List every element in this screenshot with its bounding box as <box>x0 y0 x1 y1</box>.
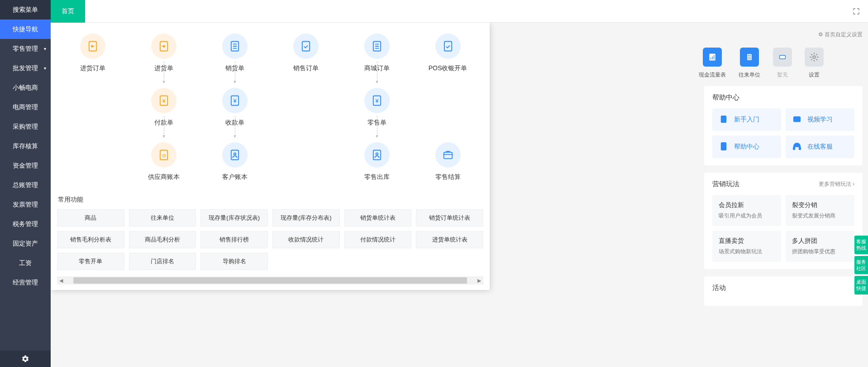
arrow-down-icon <box>377 116 377 136</box>
help-button[interactable]: 视频学习 <box>786 108 854 131</box>
scroll-track[interactable] <box>73 277 467 284</box>
flow-item[interactable]: ¥收款单 <box>199 88 270 133</box>
flow-label: 客户账本 <box>222 173 248 181</box>
icon-icon <box>773 48 792 67</box>
flow-item[interactable]: 进货订单 <box>57 34 128 79</box>
quick-item[interactable]: 现金流量表 <box>699 48 726 79</box>
flow-item[interactable]: ¥付款单 <box>128 88 199 133</box>
common-function-button[interactable]: 零售开单 <box>57 253 124 270</box>
market-sub: 裂变式发展分销商 <box>792 212 848 220</box>
flow-label: 零售出库 <box>364 173 390 181</box>
quick-item[interactable]: 暂无 <box>773 48 792 79</box>
flow-item[interactable]: 供供应商账本 <box>128 142 199 188</box>
sidebar-item-wholesale[interactable]: 批发管理▾ <box>0 58 51 78</box>
market-sub: 场景式购物新玩法 <box>719 248 775 256</box>
common-function-button[interactable]: 付款情况统计 <box>344 231 412 248</box>
float-button[interactable]: 服务社区 <box>854 256 868 275</box>
common-function-button[interactable]: 门店排名 <box>129 253 196 270</box>
help-button[interactable]: 新手入门 <box>712 108 781 131</box>
sidebar-label: 固定资产 <box>13 240 38 248</box>
market-item[interactable]: 直播卖货场景式购物新玩法 <box>712 231 781 262</box>
sidebar-label: 库存核算 <box>13 142 38 150</box>
scroll-left-arrow[interactable]: ◀ <box>57 278 65 284</box>
sidebar-item-ecom2[interactable]: 电商管理 <box>0 97 51 117</box>
sidebar-item-purchase[interactable]: 采购管理 <box>0 117 51 136</box>
flow-item[interactable]: 进货单 <box>128 34 199 79</box>
scroll-right-arrow[interactable]: ▶ <box>475 278 483 284</box>
quick-label: 现金流量表 <box>699 71 726 79</box>
help-card: 帮助中心 新手入门视频学习帮助中心在线客服 <box>704 86 863 165</box>
flow-item[interactable]: 客户账本 <box>199 142 270 188</box>
sidebar-item-retail[interactable]: 零售管理▾ <box>0 39 51 58</box>
flow-item[interactable]: POS收银开单 <box>412 34 483 79</box>
tab-home[interactable]: 首页 <box>51 0 85 23</box>
common-grid: 商品往来单位现存量(库存状况表)现存量(库存分布表)销货单统计表销货订单统计表销… <box>57 209 483 270</box>
report-icon <box>703 48 722 67</box>
headset-icon <box>792 141 802 153</box>
flow-item[interactable]: 销售订单 <box>270 34 341 79</box>
sidebar-item-quicknav[interactable]: 快捷导航 <box>0 19 51 39</box>
market-title: 会员拉新 <box>719 201 775 209</box>
chevron-down-icon: ▾ <box>44 66 46 71</box>
content: 进货订单进货单销货单销售订单商城订单POS收银开单¥付款单¥收款单¥零售单供供应… <box>51 23 868 367</box>
sidebar-item-invoice[interactable]: 发票管理 <box>0 195 51 214</box>
sidebar-item-inventory[interactable]: 库存核算 <box>0 136 51 156</box>
more-label: 更多营销玩法 <box>819 181 851 187</box>
customize-link[interactable]: ⚙ 首页自定义设置 <box>704 31 863 39</box>
sidebar-item-salary[interactable]: 工资 <box>0 253 51 273</box>
flow-item[interactable]: ¥零售单 <box>341 88 412 133</box>
person-doc-icon <box>364 142 390 168</box>
float-button[interactable]: 客服热线 <box>854 236 868 254</box>
common-function-button[interactable]: 进货单统计表 <box>416 231 483 248</box>
market-item[interactable]: 会员拉新吸引用户成为会员 <box>712 195 781 226</box>
quick-item[interactable]: 设置 <box>805 48 824 79</box>
svg-rect-3 <box>302 42 309 51</box>
float-button[interactable]: 桌面快捷 <box>854 276 868 295</box>
common-function-button[interactable]: 导购排名 <box>200 253 268 270</box>
market-item[interactable]: 裂变分销裂变式发展分销商 <box>786 195 854 226</box>
sidebar-item-biz[interactable]: 经营管理 <box>0 273 51 292</box>
sidebar-item-search[interactable]: 搜索菜单 <box>0 0 51 19</box>
fullscreen-button[interactable] <box>850 5 863 18</box>
market-more-link[interactable]: 更多营销玩法 › <box>819 180 854 188</box>
svg-point-22 <box>813 56 816 58</box>
gear-icon <box>805 48 824 67</box>
activity-card: 活动 <box>704 276 863 306</box>
sidebar-item-ecom1[interactable]: 小畅电商 <box>0 78 51 97</box>
flow-item[interactable]: 零售结算 <box>412 142 483 188</box>
help-button[interactable]: 帮助中心 <box>712 135 781 158</box>
market-item[interactable]: 多人拼团拼团购物享受优惠 <box>786 231 854 262</box>
common-function-button[interactable]: 往来单位 <box>129 209 196 227</box>
common-function-button[interactable]: 销货订单统计表 <box>416 209 483 227</box>
common-function-button[interactable]: 商品毛利分析 <box>129 231 196 248</box>
common-function-button[interactable]: 销售排行榜 <box>200 231 268 248</box>
flow-item[interactable]: 零售出库 <box>341 142 412 188</box>
svg-rect-20 <box>747 54 752 61</box>
common-function-button[interactable]: 现存量(库存分布表) <box>272 209 340 227</box>
person-doc-icon <box>222 142 248 168</box>
sidebar-item-funds[interactable]: 资金管理 <box>0 156 51 175</box>
gear-icon <box>21 355 29 363</box>
common-function-button[interactable]: 收款情况统计 <box>272 231 340 248</box>
common-function-button[interactable]: 现存量(库存状况表) <box>200 209 268 227</box>
sidebar-item-tax[interactable]: 税务管理 <box>0 214 51 234</box>
flow-label: 供应商账本 <box>148 173 180 181</box>
checklist-icon <box>222 34 248 59</box>
sidebar-item-assets[interactable]: 固定资产 <box>0 234 51 253</box>
common-function-button[interactable]: 商品 <box>57 209 124 227</box>
quick-item[interactable]: 往来单位 <box>739 48 760 79</box>
flow-item[interactable]: 商城订单 <box>341 34 412 79</box>
flow-item[interactable]: 销货单 <box>199 34 270 79</box>
flyout-scrollbar[interactable]: ◀ ▶ <box>57 276 483 285</box>
common-function-button[interactable]: 销售毛利分析表 <box>57 231 124 248</box>
sidebar-item-ledger[interactable]: 总账管理 <box>0 175 51 195</box>
quick-label: 设置 <box>809 71 820 79</box>
common-function-button[interactable]: 销货单统计表 <box>344 209 412 227</box>
svg-rect-21 <box>780 55 786 58</box>
sidebar-settings-button[interactable] <box>0 351 51 367</box>
svg-rect-27 <box>799 147 801 150</box>
sidebar-label: 零售管理 <box>13 45 38 53</box>
quicknav-flyout: 进货订单进货单销货单销售订单商城订单POS收银开单¥付款单¥收款单¥零售单供供应… <box>51 23 490 290</box>
video-icon <box>792 114 802 126</box>
help-button[interactable]: 在线客服 <box>786 135 854 158</box>
